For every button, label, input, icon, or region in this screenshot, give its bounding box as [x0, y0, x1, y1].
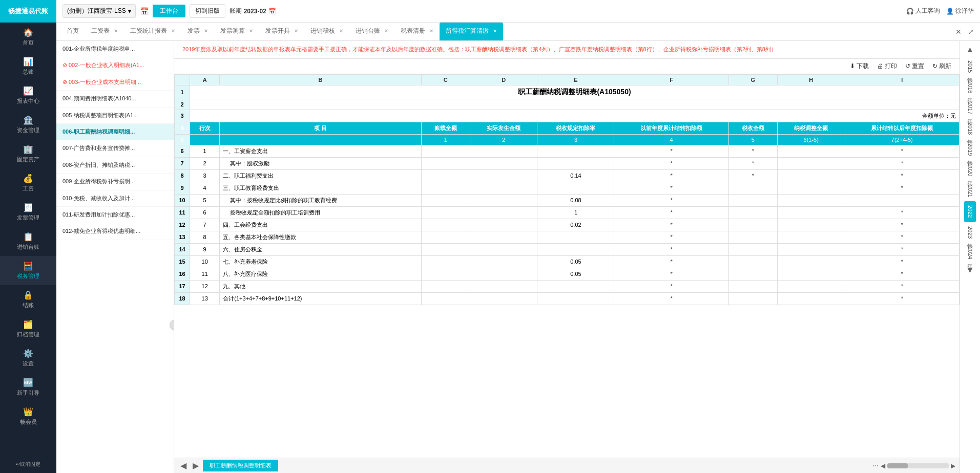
tab-invoice-calc-close[interactable]: ✕ — [249, 28, 253, 34]
subheader-5: 5 — [728, 134, 777, 145]
year-nav-up[interactable]: ▲ — [964, 43, 976, 56]
sheet-options-icon[interactable]: ⋯ — [872, 462, 879, 469]
sidebar-item-assets-mgmt[interactable]: 🏦 资金管理 — [0, 110, 56, 139]
sheet-scroll-left[interactable]: ◀ — [881, 462, 885, 469]
print-button[interactable]: 🖨 打印 — [877, 62, 897, 71]
period-calendar-icon[interactable]: 📅 — [268, 8, 276, 15]
sidebar-item-fixed-assets[interactable]: 🏢 固定资产 — [0, 139, 56, 168]
form-item-009[interactable]: 009-企业所得税弥补亏损明... — [56, 174, 174, 190]
year-2021[interactable]: 2021年 — [964, 181, 976, 201]
year-2024[interactable]: 2024年 — [964, 243, 976, 263]
tab-invoice-calc[interactable]: 发票测算 ✕ — [214, 23, 259, 41]
tab-tax-book-close[interactable]: ✕ — [429, 28, 433, 34]
sidebar-item-home[interactable]: 🏠 首页 — [0, 23, 56, 52]
ledger-icon: 📊 — [23, 57, 33, 67]
bottom-bar: ◀ ▶ 职工薪酬纳税调整明细表 ⋯ ◀ ▶ — [174, 458, 960, 473]
invoices-icon: 🧾 — [23, 203, 33, 212]
refresh-button[interactable]: ↻ 刷新 — [932, 62, 951, 71]
tab-income-tax[interactable]: 所得税汇算清缴 ✕ — [440, 23, 503, 41]
sidebar-item-invoices[interactable]: 🧾 发票管理 — [0, 198, 56, 227]
sidebar-item-payroll[interactable]: 💰 工资 — [0, 168, 56, 198]
tab-payroll-close[interactable]: ✕ — [114, 28, 118, 34]
form-item-012[interactable]: 012-减免企业所得税优惠明细... — [56, 223, 174, 240]
tab-invoice-issue[interactable]: 发票开具 ✕ — [259, 23, 304, 41]
sidebar-item-ledger[interactable]: 📊 总账 — [0, 52, 56, 81]
year-2016[interactable]: 2016年 — [964, 77, 976, 97]
form-item-005[interactable]: 005-纳税调整项目明细表(A1... — [56, 107, 174, 124]
subheader-1: 1 — [421, 134, 470, 145]
sidebar-item-settings[interactable]: ⚙️ 设置 — [0, 343, 56, 373]
warning-banner: 2019年度涉及取以前年度结转数据的申报表单元格需要手工接正确，才能保证本年及以… — [174, 41, 960, 59]
tab-home[interactable]: 首页 — [60, 23, 85, 41]
tab-payroll-stats[interactable]: 工资统计报表 ✕ — [124, 23, 181, 41]
year-nav-down[interactable]: ▼ — [964, 264, 976, 277]
table-row: 8 3 二、职工福利费支出 0.14 * * * — [175, 169, 960, 182]
year-2017[interactable]: 2017年 — [964, 98, 976, 118]
year-2020[interactable]: 2020年 — [964, 160, 976, 180]
tab-check[interactable]: 进销稽核 ✕ — [304, 23, 349, 41]
year-2018[interactable]: 2018年 — [964, 118, 976, 139]
reset-button[interactable]: ↺ 重置 — [905, 62, 924, 71]
fixed-assets-icon: 🏢 — [23, 144, 33, 154]
year-2019[interactable]: 2019年 — [964, 139, 976, 160]
member-icon: 👑 — [23, 407, 33, 417]
tab-payroll-stats-close[interactable]: ✕ — [171, 28, 175, 34]
sheet-nav-next[interactable]: ▶ — [191, 461, 201, 470]
col-header-G: G — [728, 74, 777, 85]
tab-check-close[interactable]: ✕ — [339, 28, 343, 34]
home-icon: 🏠 — [23, 28, 33, 37]
workspace-button[interactable]: 工作台 — [153, 5, 185, 17]
user-avatar[interactable]: 👤 徐泽华 — [946, 7, 974, 15]
sheet-scrollbar-thumb[interactable] — [887, 463, 908, 468]
switch-old-button[interactable]: 切到旧版 — [190, 4, 225, 18]
sidebar-item-archive[interactable]: 🗂️ 归档管理 — [0, 314, 56, 343]
sheet-scrollbar[interactable] — [887, 463, 949, 468]
period-display: 账期 2023-02 📅 — [230, 7, 276, 15]
form-item-001[interactable]: 001-企业所得税年度纳税申... — [56, 41, 174, 57]
download-button[interactable]: ⬇ 下载 — [850, 62, 869, 71]
tab-tax-book[interactable]: 税表清册 ✕ — [394, 23, 440, 41]
tab-invoice[interactable]: 发票 ✕ — [181, 23, 214, 41]
sidebar-item-sales-ledger[interactable]: 📋 进销台账 — [0, 227, 56, 256]
table-row: 6 1 一、工资薪金支出 * * * — [175, 145, 960, 157]
tab-ledger-close[interactable]: ✕ — [384, 28, 388, 34]
company-selector[interactable]: (勿删）江西股宝-LSS ▾ — [62, 4, 136, 18]
form-item-003[interactable]: ⊘003-一般企业成本支出明细... — [56, 74, 174, 91]
avatar-icon: 👤 — [946, 8, 954, 15]
tab-ledger[interactable]: 进销台账 ✕ — [349, 23, 394, 41]
table-row: 18 13 合计(1+3+4+7+8+9+10+11+12) * * — [175, 292, 960, 305]
form-item-006[interactable]: 006-职工薪酬纳税调整明细... — [56, 124, 174, 140]
reset-icon: ↺ — [905, 62, 910, 70]
support-button[interactable]: 🎧 人工客询 — [906, 7, 940, 15]
form-item-002[interactable]: ⊘002-一般企业收入明细表(A1... — [56, 57, 174, 74]
form-item-008[interactable]: 008-资产折旧、摊销及纳税... — [56, 157, 174, 174]
table-row: 17 12 九、其他 * * — [175, 280, 960, 292]
tab-close-all[interactable]: ✕ — [953, 27, 964, 37]
table-row: 15 10 七、补充养老保险 0.05 * * — [175, 255, 960, 268]
tab-payroll[interactable]: 工资表 ✕ — [85, 23, 124, 41]
sales-ledger-icon: 📋 — [23, 232, 33, 242]
calendar-icon[interactable]: 📅 — [140, 7, 149, 15]
sidebar-item-guide[interactable]: 🆕 新手引导 — [0, 373, 56, 402]
form-item-004[interactable]: 004-期间费用明细表(A1040... — [56, 91, 174, 107]
col-header-F: F — [614, 74, 728, 85]
form-item-011[interactable]: 011-研发费用加计扣除优惠... — [56, 207, 174, 223]
tab-invoice-issue-close[interactable]: ✕ — [294, 28, 298, 34]
form-item-010[interactable]: 010-免税、减收收入及加计... — [56, 190, 174, 207]
year-2015[interactable]: 2015年 — [964, 56, 976, 77]
tab-invoice-close[interactable]: ✕ — [204, 28, 208, 34]
sidebar-item-member[interactable]: 👑 畅会员 — [0, 402, 56, 431]
tab-maximize[interactable]: ⤢ — [966, 27, 976, 37]
sheet-nav-prev[interactable]: ◀ — [178, 461, 189, 470]
year-2022[interactable]: 2022年 — [964, 201, 976, 222]
sheet-scroll-right[interactable]: ▶ — [951, 462, 955, 469]
bottom-tab-sheet[interactable]: 职工薪酬纳税调整明细表 — [203, 460, 278, 471]
sidebar-item-closing[interactable]: 🔒 结账 — [0, 285, 56, 314]
form-item-007[interactable]: 007-广告费和业务宣传费摊... — [56, 140, 174, 157]
print-icon: 🖨 — [877, 62, 883, 70]
tab-income-tax-close[interactable]: ✕ — [493, 28, 497, 34]
sidebar-item-cancel-fixed[interactable]: ↩取消固定 — [0, 456, 56, 473]
sidebar-item-tax[interactable]: 🧮 税务管理 — [0, 256, 56, 285]
sidebar-item-reports[interactable]: 📈 报表中心 — [0, 81, 56, 110]
year-2023[interactable]: 2023年 — [964, 222, 976, 243]
